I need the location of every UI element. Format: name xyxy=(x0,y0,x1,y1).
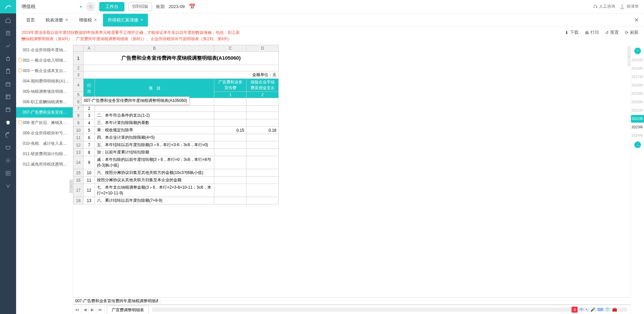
cell-d[interactable] xyxy=(247,149,279,156)
cell-d[interactable] xyxy=(247,169,279,177)
user-menu[interactable]: 徐泽华 xyxy=(619,4,639,10)
sheet-nav-prev[interactable]: ◀ xyxy=(82,306,89,313)
ime-keyboard-icon[interactable]: ⌨ xyxy=(597,307,603,312)
form-item[interactable]: 010-免税、减计收入及加计... xyxy=(16,138,73,149)
form-item[interactable]: 005-纳税调整项目明细表(A1... xyxy=(16,86,73,97)
year-scroll-down[interactable]: ⌄ xyxy=(634,141,641,148)
cell-c[interactable] xyxy=(214,106,247,112)
cell-c[interactable] xyxy=(214,156,247,169)
tab-所得税汇算清缴[interactable]: 所得税汇算清缴✕ xyxy=(103,14,148,26)
cell-c[interactable] xyxy=(214,98,247,106)
close-icon[interactable]: ✕ xyxy=(94,18,97,22)
company-dropdown[interactable]: 增值税 ▾ xyxy=(21,4,82,10)
calendar-picker-icon[interactable]: 📅 xyxy=(189,3,196,10)
close-icon[interactable]: ✕ xyxy=(65,18,68,22)
form-item[interactable]: 003-一般企业成本支出明细... xyxy=(16,66,73,76)
cell-d[interactable] xyxy=(247,106,279,112)
print-button[interactable]: 🖶打印 xyxy=(585,29,599,36)
form-item[interactable]: 002-一般企业收入明细表(A... xyxy=(16,55,73,66)
inbox-icon[interactable] xyxy=(5,145,11,151)
year-2023年[interactable]: 2023年 xyxy=(631,123,644,131)
formula-input[interactable] xyxy=(73,298,160,304)
cell-c[interactable] xyxy=(214,112,247,119)
tab-增值税[interactable]: 增值税✕ xyxy=(74,14,102,26)
year-2017年[interactable]: 2017年 xyxy=(631,73,644,81)
cell-c[interactable] xyxy=(214,119,247,127)
form-item[interactable]: 012-减免所得税优惠明细表(... xyxy=(16,159,73,170)
cell-c[interactable] xyxy=(214,197,247,204)
cell-d[interactable] xyxy=(247,119,279,127)
cell-c[interactable] xyxy=(214,169,247,177)
cell-c[interactable] xyxy=(214,134,247,141)
year-2022年[interactable]: 2022年 xyxy=(631,115,644,123)
cell-c[interactable] xyxy=(214,184,247,197)
ime-punct-icon[interactable]: •, xyxy=(586,307,588,312)
year-2019年[interactable]: 2019年 xyxy=(631,90,644,98)
sheet-grid[interactable]: A B C D 1广告费和业务宣传费跨年度纳税调整明细表(A105060) 2 … xyxy=(73,45,631,297)
collapse-handle[interactable]: ‹ xyxy=(69,180,73,193)
ime-lang[interactable]: 中 xyxy=(580,307,584,313)
expand-handle[interactable]: › xyxy=(627,46,631,66)
workbench-button[interactable]: 工作台 xyxy=(99,2,124,11)
home-icon[interactable] xyxy=(5,17,11,23)
year-2018年[interactable]: 2018年 xyxy=(631,81,644,89)
close-all-tabs-icon[interactable]: ✕ xyxy=(634,17,639,23)
form-item[interactable]: 011-研发费用加计扣除优惠... xyxy=(16,149,73,159)
reset-button[interactable]: ↺重置 xyxy=(605,29,619,36)
switch-old-button[interactable]: 切到旧版 xyxy=(128,2,152,11)
col-header-b[interactable]: B xyxy=(95,45,214,52)
year-2015年[interactable]: 2015年 xyxy=(631,56,644,64)
cell-d[interactable] xyxy=(247,177,279,184)
cell-d[interactable] xyxy=(247,98,279,106)
form-item[interactable]: 004-期间费用明细表(A1040... xyxy=(16,76,73,86)
sheet-nav-first[interactable]: ⏮ xyxy=(73,306,82,313)
year-2021年[interactable]: 2021年 xyxy=(631,107,644,114)
tab-税表清册[interactable]: 税表清册✕ xyxy=(41,14,73,26)
gear-icon[interactable] xyxy=(5,158,11,164)
cell-d[interactable] xyxy=(247,112,279,119)
v-icon[interactable] xyxy=(5,183,11,189)
horizontal-scrollbar[interactable] xyxy=(152,308,627,312)
template-icon[interactable] xyxy=(5,94,11,100)
tab-首页[interactable]: 首页 xyxy=(21,14,40,26)
cell-d[interactable] xyxy=(247,184,279,197)
menu-button[interactable] xyxy=(86,2,95,11)
form-item[interactable]: 006-职工薪酬纳税调整明细... xyxy=(16,97,73,107)
chart-icon[interactable] xyxy=(5,43,11,49)
ime-skin-icon[interactable]: 👕 xyxy=(605,307,610,312)
cell-c[interactable]: 0.15 xyxy=(214,127,247,134)
box-icon[interactable] xyxy=(5,81,11,87)
year-2020年[interactable]: 2020年 xyxy=(631,98,644,106)
col-header-a[interactable]: A xyxy=(84,45,95,52)
play-icon[interactable] xyxy=(5,170,11,176)
ime-mic-icon[interactable]: 🎤 xyxy=(590,307,595,312)
cell-d[interactable]: 0.18 xyxy=(247,127,279,134)
tax-icon[interactable] xyxy=(5,119,11,125)
cell-c[interactable] xyxy=(214,149,247,156)
cell-d[interactable] xyxy=(247,134,279,141)
cell-c[interactable] xyxy=(214,177,247,184)
refresh-icon[interactable] xyxy=(5,132,11,138)
ime-brand-icon[interactable]: S xyxy=(572,307,578,313)
year-2016年[interactable]: 2016年 xyxy=(631,65,644,72)
col-header-c[interactable]: C xyxy=(214,45,247,52)
form-item[interactable]: 007-广告费和业务宣传费跨... xyxy=(16,107,73,118)
cell-d[interactable] xyxy=(247,197,279,204)
year-2024年[interactable]: 2024年 xyxy=(631,132,644,139)
bag-icon[interactable] xyxy=(5,56,11,62)
year-scroll-up[interactable]: ⌃ xyxy=(634,48,641,54)
refresh-button[interactable]: ⟳刷新 xyxy=(625,29,639,36)
sheet-tab[interactable]: 广宣费调整明细表 xyxy=(107,305,149,314)
clipboard-icon[interactable] xyxy=(5,68,11,74)
cell-d[interactable] xyxy=(247,141,279,149)
corner-cell[interactable] xyxy=(73,45,84,52)
consult-button[interactable]: 人工咨询 xyxy=(593,4,615,9)
form-item[interactable]: 009-企业所得税弥补亏损明... xyxy=(16,128,73,138)
sheet-nav-next[interactable]: ▶ xyxy=(89,306,96,313)
doc-icon[interactable] xyxy=(5,30,11,36)
sheet-nav-last[interactable]: ⏭ xyxy=(96,306,105,313)
ime-tool-icon[interactable]: 🧰 xyxy=(612,307,617,312)
download-button[interactable]: ⬇下载 xyxy=(565,29,579,36)
cell-d[interactable] xyxy=(247,156,279,169)
calendar-icon[interactable] xyxy=(5,107,11,113)
